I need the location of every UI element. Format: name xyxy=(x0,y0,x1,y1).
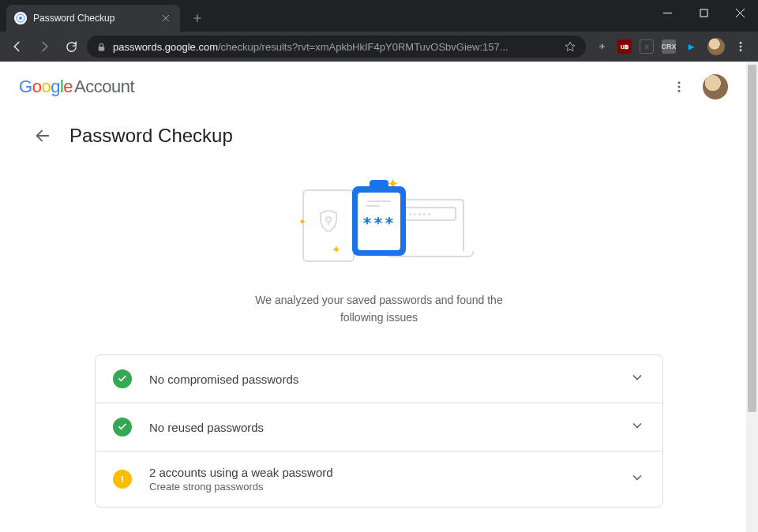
result-title: No compromised passwords xyxy=(149,373,612,386)
tab-title: Password Checkup xyxy=(33,13,153,24)
crx-extension-icon[interactable]: CRX xyxy=(662,39,676,54)
svg-point-6 xyxy=(740,49,742,51)
window-titlebar: Password Checkup xyxy=(0,0,758,32)
svg-point-5 xyxy=(740,46,742,48)
check-circle-icon xyxy=(113,369,132,388)
window-maximize-icon[interactable] xyxy=(685,0,722,25)
svg-point-7 xyxy=(678,81,681,84)
clipboard-icon: *** xyxy=(352,186,406,256)
profile-avatar[interactable] xyxy=(703,74,728,99)
address-bar-url: passwords.google.com/checkup/results?rvt… xyxy=(113,41,557,53)
svg-point-1 xyxy=(19,17,22,20)
browser-toolbar: passwords.google.com/checkup/results?rvt… xyxy=(0,32,758,62)
svg-point-8 xyxy=(678,86,681,88)
extension-icon-3[interactable]: x xyxy=(640,39,654,54)
svg-rect-3 xyxy=(99,46,105,50)
result-compromised[interactable]: No compromised passwords xyxy=(96,355,662,403)
chevron-down-icon xyxy=(629,470,645,489)
svg-point-4 xyxy=(740,42,742,44)
check-circle-icon xyxy=(113,418,132,436)
extension-icons: ✈ uʙ x CRX ▶ xyxy=(591,39,703,54)
chevron-down-icon xyxy=(629,418,645,436)
window-minimize-icon[interactable] xyxy=(649,0,685,25)
pin-extension-icon[interactable]: ✈ xyxy=(595,39,610,54)
hero-section: ✦✦✦ *** We analyzed your saved passwords… xyxy=(19,166,739,326)
window-controls xyxy=(649,0,758,25)
ublock-extension-icon[interactable]: uʙ xyxy=(617,39,632,54)
play-extension-icon[interactable]: ▶ xyxy=(684,39,698,54)
chevron-down-icon xyxy=(629,369,645,388)
result-reused[interactable]: No reused passwords xyxy=(96,403,662,451)
scrollbar[interactable] xyxy=(746,62,758,532)
back-arrow-icon[interactable] xyxy=(33,126,52,145)
page-title: Password Checkup xyxy=(69,125,233,147)
results-list: No compromised passwords No reused passw… xyxy=(95,354,663,508)
result-title: No reused passwords xyxy=(149,421,612,434)
page-viewport: GoogleAccount Password Checkup ✦✦✦ xyxy=(0,62,758,532)
tab-favicon xyxy=(14,12,27,24)
google-logo[interactable]: GoogleAccount xyxy=(19,77,134,97)
page-title-row: Password Checkup xyxy=(19,112,739,166)
warning-circle-icon xyxy=(113,470,132,489)
result-weak[interactable]: 2 accounts using a weak password Create … xyxy=(96,451,662,507)
result-title: 2 accounts using a weak password xyxy=(149,466,612,479)
new-tab-button[interactable] xyxy=(186,7,208,29)
svg-point-10 xyxy=(326,217,331,222)
svg-point-9 xyxy=(678,90,681,92)
hero-summary: We analyzed your saved passwords and fou… xyxy=(237,292,521,326)
nav-forward-icon[interactable] xyxy=(33,36,55,58)
hero-illustration: ✦✦✦ *** xyxy=(284,175,474,278)
svg-point-11 xyxy=(122,481,123,483)
nav-back-icon[interactable] xyxy=(6,36,28,58)
result-subtitle: Create strong passwords xyxy=(149,481,612,493)
lock-icon xyxy=(96,42,107,52)
window-close-icon[interactable] xyxy=(722,0,758,25)
profile-avatar-small[interactable] xyxy=(707,38,725,55)
address-bar[interactable]: passwords.google.com/checkup/results?rvt… xyxy=(87,36,586,58)
tab-close-icon[interactable] xyxy=(159,12,172,24)
scrollbar-thumb[interactable] xyxy=(748,65,756,412)
nav-reload-icon[interactable] xyxy=(60,36,82,58)
bookmark-star-icon[interactable] xyxy=(564,40,576,53)
header-more-icon[interactable] xyxy=(670,77,689,96)
browser-tab[interactable]: Password Checkup xyxy=(6,5,180,32)
svg-rect-2 xyxy=(700,9,707,17)
browser-menu-icon[interactable] xyxy=(730,40,752,53)
page-header: GoogleAccount xyxy=(19,62,739,112)
